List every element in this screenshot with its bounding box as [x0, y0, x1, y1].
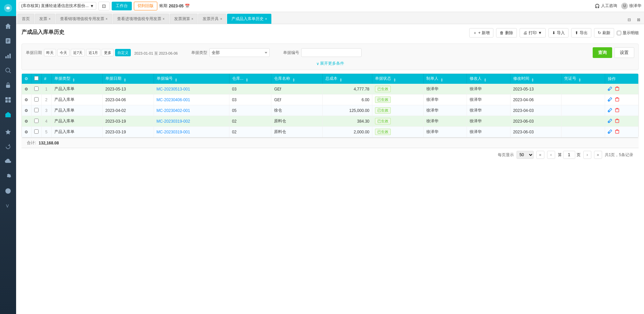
- col-date[interactable]: 单据日期 ▲▼: [103, 74, 154, 84]
- tab-open-close[interactable]: ×: [220, 17, 222, 21]
- row-number-link[interactable]: MC-20230319-001: [157, 130, 190, 134]
- row-number-link[interactable]: MC-20230319-002: [157, 119, 190, 124]
- row-number[interactable]: MC-20230513-001: [154, 84, 229, 95]
- date-btn-more[interactable]: 更多: [102, 49, 114, 56]
- row-number-link[interactable]: MC-20230402-001: [157, 108, 190, 113]
- row-checkbox[interactable]: [31, 84, 41, 95]
- sidebar-item-warehouse[interactable]: [0, 107, 16, 122]
- expand-btn[interactable]: ∨ 展开更多条件: [316, 61, 344, 66]
- col-status[interactable]: 单据状态 ▲▼: [372, 74, 424, 84]
- tab-check-input[interactable]: 查看进项增值税专用发票 ×: [113, 14, 169, 24]
- row-checkbox[interactable]: [31, 127, 41, 137]
- date-btn-1month[interactable]: 近1月: [86, 49, 100, 56]
- tab-check-input-close[interactable]: ×: [163, 17, 165, 21]
- row-checkbox[interactable]: [31, 116, 41, 127]
- row-settings[interactable]: ⚙: [22, 84, 31, 95]
- sidebar-item-star[interactable]: [0, 125, 16, 139]
- row-settings[interactable]: ⚙: [22, 127, 31, 137]
- sidebar-item-home[interactable]: [0, 19, 16, 34]
- col-creator[interactable]: 制单人 ▲▼: [423, 74, 467, 84]
- last-page-btn[interactable]: »: [594, 151, 602, 159]
- sidebar-item-analysis[interactable]: [0, 63, 16, 78]
- sidebar-item-chart[interactable]: [0, 48, 16, 63]
- type-select[interactable]: 全部: [209, 48, 270, 57]
- row-checkbox[interactable]: [31, 95, 41, 105]
- date-btn-7days[interactable]: 近7天: [71, 49, 85, 56]
- date-btn-today[interactable]: 今天: [57, 49, 69, 56]
- tab-invoice[interactable]: 发票 ×: [35, 14, 55, 24]
- tab-product-history[interactable]: 产成品入库单历史 ×: [227, 14, 271, 24]
- tab-check-output[interactable]: 查看销项增值税专用发票 ×: [56, 14, 112, 24]
- sidebar-item-grid[interactable]: [0, 92, 16, 107]
- refresh-btn[interactable]: ↻ 刷新: [594, 28, 614, 38]
- set-btn[interactable]: 设置: [614, 47, 634, 58]
- calendar-icon[interactable]: 📅: [185, 4, 190, 8]
- select-all-checkbox[interactable]: [34, 76, 39, 80]
- tab-home[interactable]: 首页: [17, 14, 34, 24]
- col-number[interactable]: 单据编号 ▲▼: [154, 74, 229, 84]
- next-page-btn[interactable]: ›: [583, 151, 591, 159]
- row-delete-icon[interactable]: [615, 129, 620, 134]
- switch-btn[interactable]: 切到旧版: [134, 2, 157, 10]
- row-edit-icon[interactable]: [608, 129, 612, 134]
- row-settings[interactable]: ⚙: [22, 116, 31, 127]
- row-delete-icon[interactable]: [615, 97, 620, 102]
- show-detail-input[interactable]: [617, 31, 621, 35]
- row-delete-icon[interactable]: [615, 118, 620, 123]
- page-input[interactable]: [563, 151, 575, 159]
- row-number[interactable]: MC-20230319-002: [154, 116, 229, 127]
- query-btn[interactable]: 查询: [593, 47, 612, 58]
- export-btn[interactable]: ⬆ 导出: [571, 28, 591, 38]
- import-btn[interactable]: ⬇ 导入: [548, 28, 569, 38]
- tab-minimize-btn[interactable]: ⊟: [625, 16, 633, 24]
- sidebar-item-settings[interactable]: [0, 169, 16, 184]
- col-warehouse-name[interactable]: 仓库名称 ▲▼: [271, 74, 323, 84]
- row-edit-icon[interactable]: [608, 118, 612, 123]
- tab-open[interactable]: 发票开具 ×: [198, 14, 226, 24]
- sidebar-item-docs[interactable]: [0, 34, 16, 48]
- col-modify-time[interactable]: 修改时间 ▲▼: [510, 74, 561, 84]
- sidebar-item-play[interactable]: [0, 184, 16, 198]
- row-number[interactable]: MC-20230406-001: [154, 95, 229, 105]
- row-delete-icon[interactable]: [615, 86, 620, 91]
- show-detail-checkbox[interactable]: 显示明细: [617, 30, 639, 36]
- workbench-btn[interactable]: 工作台: [112, 2, 132, 10]
- row-number[interactable]: MC-20230402-001: [154, 105, 229, 116]
- tab-check-output-close[interactable]: ×: [106, 17, 108, 21]
- new-btn[interactable]: ＋ + 新增: [469, 28, 493, 38]
- prev-page-btn[interactable]: ‹: [547, 151, 555, 159]
- row-checkbox[interactable]: [31, 105, 41, 116]
- col-modifier[interactable]: 修改人 ▲▼: [467, 74, 510, 84]
- number-input[interactable]: [301, 48, 362, 57]
- row-number[interactable]: MC-20230319-001: [154, 127, 229, 137]
- tab-maximize-btn[interactable]: ⊠: [635, 16, 643, 24]
- tab-invoice-close[interactable]: ×: [49, 17, 51, 21]
- row-delete-icon[interactable]: [615, 108, 620, 112]
- support-btn[interactable]: 🎧 人工咨询: [595, 3, 617, 9]
- sidebar-item-lock[interactable]: [0, 78, 16, 92]
- print-btn[interactable]: 🖨 打印 ▼: [520, 28, 546, 38]
- row-edit-icon[interactable]: [608, 86, 612, 91]
- row-settings[interactable]: ⚙: [22, 105, 31, 116]
- sidebar-item-cloud[interactable]: [0, 154, 16, 169]
- tab-calc-close[interactable]: ×: [192, 17, 194, 21]
- row-number-link[interactable]: MC-20230513-001: [157, 87, 190, 91]
- col-total-cost[interactable]: 总成本 ▲▼: [322, 74, 372, 84]
- delete-btn[interactable]: 🗑 删除: [496, 28, 517, 38]
- col-voucher[interactable]: 凭证号 ▲▼: [561, 74, 605, 84]
- col-type[interactable]: 单据类型 ▲▼: [51, 74, 103, 84]
- row-number-link[interactable]: MC-20230406-001: [157, 98, 190, 102]
- company-selector[interactable]: (库存核算) 直播轻途通信息技术股份... ▼: [19, 2, 96, 10]
- user-menu[interactable]: U 徐泽华: [621, 3, 641, 9]
- per-page-select[interactable]: 10 20 50 100: [517, 151, 534, 159]
- sidebar-item-refresh[interactable]: [0, 139, 16, 154]
- date-btn-custom[interactable]: 自定义: [115, 49, 131, 56]
- row-edit-icon[interactable]: [608, 97, 612, 102]
- copy-btn[interactable]: ⊡: [98, 2, 110, 10]
- sidebar-item-v[interactable]: V: [0, 198, 16, 213]
- row-edit-icon[interactable]: [608, 108, 612, 112]
- tab-calc[interactable]: 发票测算 ×: [170, 14, 198, 24]
- col-warehouse-code[interactable]: 仓库... ▲▼: [229, 74, 271, 84]
- first-page-btn[interactable]: «: [536, 151, 544, 159]
- row-settings[interactable]: ⚙: [22, 95, 31, 105]
